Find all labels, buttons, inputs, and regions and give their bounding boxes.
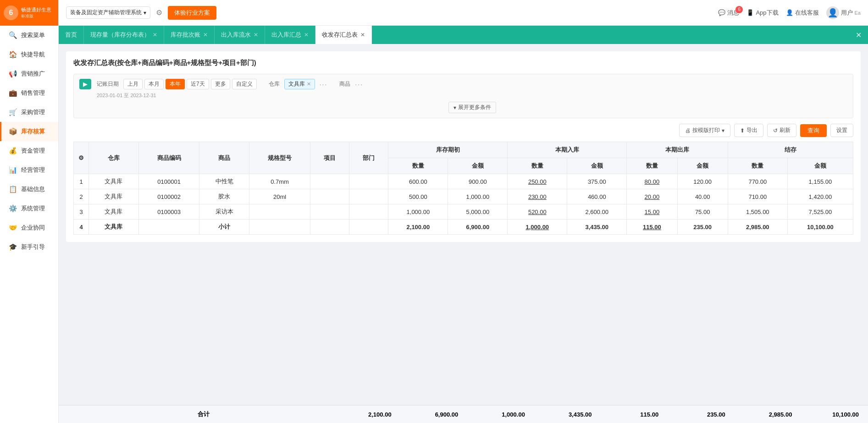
phone-icon: 📱	[746, 9, 754, 16]
tab-close-stock-dist[interactable]: ✕	[153, 32, 157, 38]
date-btn-more[interactable]: 更多	[211, 79, 230, 89]
tab-close-inout-flow[interactable]: ✕	[254, 32, 258, 38]
close-amt-cell: 7,525.00	[787, 204, 853, 220]
tabs-bar: 首页现存量（库存分布表）✕库存批次账✕出入库流水✕出入库汇总✕收发存汇总表✕✕	[59, 26, 868, 44]
sidebar-item-newbie[interactable]: 🎓新手引导	[0, 237, 58, 257]
tab-receive-summary[interactable]: 收发存汇总表✕	[315, 26, 372, 44]
in-qty-cell[interactable]: 250.00	[508, 174, 567, 189]
project-cell	[310, 220, 349, 235]
dept-cell	[349, 189, 388, 204]
footer-open-qty: 2,100.00	[329, 411, 396, 418]
out-qty-cell: 115.00	[627, 220, 677, 235]
close-qty-cell: 1,505.00	[728, 204, 787, 220]
in-qty-cell[interactable]: 230.00	[508, 189, 567, 204]
tab-close-batch[interactable]: ✕	[203, 32, 208, 38]
project-cell	[310, 204, 349, 220]
date-btn-this-year[interactable]: 本年	[166, 79, 185, 89]
footer-total-label: 合计	[78, 410, 329, 418]
close-amt-cell: 1,420.00	[787, 189, 853, 204]
experience-button[interactable]: 体验行业方案	[168, 6, 216, 20]
code-cell: 0100003	[138, 204, 199, 220]
date-btn-7days[interactable]: 近7天	[187, 79, 209, 89]
dept-cell	[349, 220, 388, 235]
close-qty-cell: 770.00	[728, 174, 787, 189]
col-spec-header: 规格型号	[249, 142, 310, 174]
filter-toggle-button[interactable]: ▶	[79, 79, 91, 89]
date-label: 记账日期	[97, 80, 119, 88]
out-qty-cell[interactable]: 20.00	[627, 189, 677, 204]
date-btn-custom[interactable]: 自定义	[232, 79, 257, 89]
nav-icon-quick-nav: 🏠	[9, 50, 17, 59]
sidebar-item-purchase[interactable]: 🛒采购管理	[0, 103, 58, 122]
open-qty-cell: 1,000.00	[388, 204, 448, 220]
sidebar-item-finance[interactable]: 💰资金管理	[0, 141, 58, 160]
system-selector[interactable]: 装备及固定资产辅助管理系统 ▾	[66, 6, 150, 19]
service-icon: 👤	[786, 9, 793, 16]
refresh-button[interactable]: ↺ 刷新	[767, 124, 796, 137]
query-button[interactable]: 查询	[800, 124, 827, 137]
row-settings: 3	[74, 204, 89, 220]
settings-button[interactable]: 设置	[830, 124, 853, 137]
open-amt-cell: 5,000.00	[448, 204, 508, 220]
out-qty-cell[interactable]: 80.00	[627, 174, 677, 189]
nav-icon-search: 🔍	[9, 31, 17, 39]
goods-cell: 小计	[199, 220, 249, 235]
col-goods1-header: 商品	[199, 142, 249, 174]
print-button[interactable]: 🖨 按模版打印 ▾	[679, 124, 730, 137]
col-warehouse-header: 仓库	[89, 142, 139, 174]
sidebar-item-marketing[interactable]: 📢营销推广	[0, 64, 58, 83]
online-service-button[interactable]: 👤 在线客服	[786, 9, 819, 17]
project-cell	[310, 189, 349, 204]
col-code-header: 商品编码	[138, 142, 199, 174]
sidebar-item-enterprise[interactable]: 🤝企业协同	[0, 218, 58, 237]
sub-close-qty: 数量	[728, 158, 787, 174]
gear-icon[interactable]: ⚙	[156, 8, 162, 17]
nav-icon-purchase: 🛒	[9, 108, 17, 116]
date-btn-this-month[interactable]: 本月	[144, 79, 164, 89]
export-button[interactable]: ⬆ 导出	[734, 124, 763, 137]
logo-icon: 6	[4, 5, 18, 20]
date-btn-last-month[interactable]: 上月	[123, 79, 143, 89]
sidebar-item-sales[interactable]: 💼销售管理	[0, 83, 58, 103]
tab-close-inout-summary[interactable]: ✕	[304, 32, 309, 38]
sub-out-qty: 数量	[627, 158, 677, 174]
warehouse-more-button[interactable]: ···	[320, 81, 328, 88]
avatar: 👤	[826, 6, 839, 19]
warehouse-tag-close-button[interactable]: ✕	[307, 81, 311, 87]
user-button[interactable]: 👤 用户 Ea	[826, 6, 861, 19]
spec-cell: 0.7mm	[249, 174, 310, 189]
sidebar-item-quick-nav[interactable]: 🏠快捷导航	[0, 45, 58, 64]
sidebar-item-operations[interactable]: 📊经营管理	[0, 160, 58, 180]
tab-inout-flow[interactable]: 出入库流水✕	[215, 26, 265, 44]
tab-close-receive-summary[interactable]: ✕	[360, 32, 365, 38]
tab-stock-dist[interactable]: 现存量（库存分布表）✕	[84, 26, 164, 44]
sidebar-item-system[interactable]: ⚙️系统管理	[0, 199, 58, 218]
message-icon: 💬	[718, 9, 725, 16]
close-all-tabs-button[interactable]: ✕	[849, 31, 868, 39]
project-cell	[310, 174, 349, 189]
sub-in-amt: 金额	[567, 158, 627, 174]
app-download-button[interactable]: 📱 App下载	[746, 9, 778, 17]
messages-button[interactable]: 💬 消息 6	[718, 9, 739, 17]
footer-out-amt: 235.00	[663, 411, 730, 418]
footer-close-amt: 10,100.00	[796, 411, 863, 418]
goods-more-button[interactable]: ···	[355, 81, 363, 88]
in-qty-cell: 1,000.00	[508, 220, 567, 235]
col-settings[interactable]: ⚙	[74, 142, 89, 174]
tab-batch[interactable]: 库存批次账✕	[164, 26, 215, 44]
sidebar-item-basic-info[interactable]: 📋基础信息	[0, 180, 58, 199]
open-qty-cell: 2,100.00	[388, 220, 448, 235]
close-amt-cell: 10,100.00	[787, 220, 853, 235]
row-settings: 4	[74, 220, 89, 235]
tab-inout-summary[interactable]: 出入库汇总✕	[265, 26, 315, 44]
expand-conditions-button[interactable]: ▾ 展开更多条件	[448, 102, 496, 113]
in-qty-cell[interactable]: 520.00	[508, 204, 567, 220]
sidebar-item-inventory[interactable]: 📦库存核算	[0, 122, 58, 141]
open-qty-cell: 500.00	[388, 189, 448, 204]
out-qty-cell[interactable]: 15.00	[627, 204, 677, 220]
sidebar-item-search[interactable]: 🔍搜索菜单	[0, 26, 58, 45]
tab-home[interactable]: 首页	[59, 26, 84, 44]
footer-in-amt: 3,435.00	[530, 411, 597, 418]
out-amt-cell: 75.00	[677, 204, 728, 220]
goods-cell: 中性笔	[199, 174, 249, 189]
